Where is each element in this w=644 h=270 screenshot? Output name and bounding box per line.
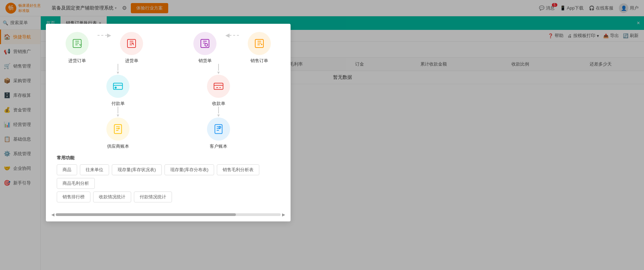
wf-node-sales-order: 销售订单 [239, 32, 280, 64]
func-button[interactable]: 销售毛利分析表 [217, 164, 259, 175]
wf-node-receipt: 收款单 [198, 75, 239, 107]
customer-ledger-icon [207, 118, 230, 141]
func-button[interactable]: 商品 [57, 164, 77, 175]
sales-order-icon [248, 32, 271, 55]
sales-bill-icon [193, 32, 216, 55]
modal-overlay[interactable]: 进货订单 ▶ 进货单 [0, 0, 644, 270]
func-button[interactable]: 商品毛利分析 [57, 178, 95, 189]
wf-label-purchase-order: 进货订单 [68, 58, 86, 64]
scroll-track[interactable] [56, 213, 281, 216]
svg-rect-9 [215, 125, 222, 134]
scroll-right-icon[interactable]: ▶ [282, 212, 285, 217]
svg-rect-5 [114, 83, 123, 90]
wf-node-payment: 付款单 [98, 75, 138, 107]
svg-rect-4 [255, 39, 263, 48]
func-buttons-row2: 销售排行榜收款情况统计付款情况统计 [57, 192, 280, 202]
purchase-order-icon [66, 32, 89, 55]
func-button[interactable]: 销售排行榜 [57, 192, 90, 202]
supplier-ledger-icon [106, 118, 129, 141]
wf-label-sales-bill: 销货单 [198, 58, 212, 64]
svg-rect-1 [127, 39, 136, 48]
func-button[interactable]: 付款情况统计 [134, 192, 172, 202]
common-functions: 常用功能 商品往来单位现存量(库存状况表)现存量(库存分布表)销售毛利分析表商品… [57, 155, 280, 202]
func-button[interactable]: 现存量(库存状况表) [112, 164, 162, 175]
wf-arrow-h1: ▶ [98, 32, 111, 57]
wf-label-customer-ledger: 客户账本 [210, 143, 227, 149]
wf-node-purchase-bill: 进货单 [111, 32, 152, 64]
modal-box: 进货订单 ▶ 进货单 [46, 24, 291, 221]
svg-point-3 [205, 43, 208, 46]
modal-scrollbar: ◀ ▶ [46, 211, 291, 221]
func-button[interactable]: 往来单位 [80, 164, 109, 175]
func-button[interactable]: 现存量(库存分布表) [164, 164, 214, 175]
wf-node-purchase-order: 进货订单 [57, 32, 98, 64]
receipt-icon [207, 75, 230, 98]
wf-node-supplier-ledger: 供应商账本 [98, 118, 138, 149]
purchase-bill-icon [120, 32, 143, 55]
wf-label-purchase-bill: 进货单 [125, 58, 138, 64]
svg-point-10 [219, 126, 221, 128]
payment-icon [106, 75, 129, 98]
wf-arrow-h2: ◀ [225, 32, 239, 57]
func-buttons-row1: 商品往来单位现存量(库存状况表)现存量(库存分布表)销售毛利分析表商品毛利分析 [57, 164, 280, 189]
wf-node-sales-bill: 销货单 [185, 32, 225, 64]
scroll-left-icon[interactable]: ◀ [51, 212, 54, 217]
wf-label-payment: 付款单 [111, 101, 125, 107]
wf-node-customer-ledger: 客户账本 [198, 118, 239, 149]
func-button[interactable]: 收款情况统计 [93, 192, 131, 202]
common-functions-title: 常用功能 [57, 155, 280, 161]
wf-label-sales-order: 销售订单 [250, 58, 268, 64]
svg-rect-7 [214, 83, 223, 90]
svg-rect-2 [201, 39, 209, 48]
svg-point-6 [115, 87, 116, 88]
modal-content: 进货订单 ▶ 进货单 [46, 24, 291, 211]
wf-label-supplier-ledger: 供应商账本 [107, 143, 129, 149]
svg-rect-0 [73, 39, 81, 48]
scroll-thumb [56, 213, 236, 216]
wf-label-receipt: 收款单 [212, 101, 225, 107]
